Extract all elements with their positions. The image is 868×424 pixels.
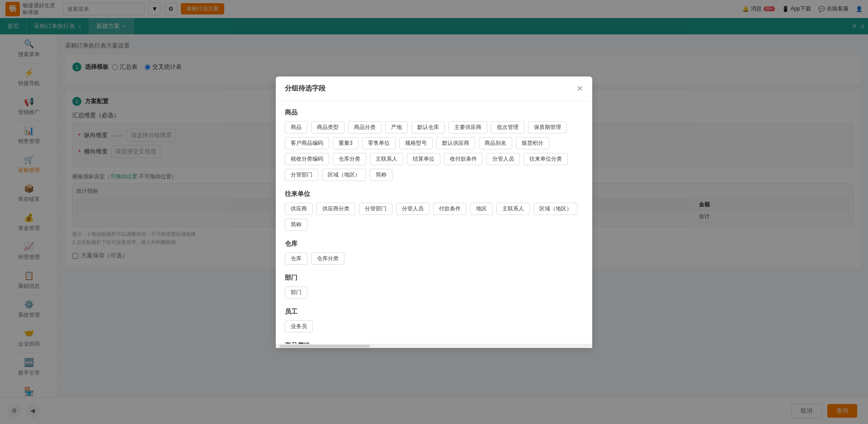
field-tag[interactable]: 仓库分类 — [333, 153, 366, 165]
field-tag[interactable]: 分管人员 — [396, 203, 429, 215]
section-employee: 员工 业务员 — [285, 308, 583, 333]
field-tag[interactable]: 地区 — [470, 203, 493, 215]
section-dept-title: 部门 — [285, 274, 583, 282]
field-tag[interactable]: 批次管理 — [491, 121, 524, 133]
field-tag[interactable]: 主联系人 — [496, 203, 530, 215]
field-tag[interactable]: 税收分类编码 — [285, 153, 329, 165]
field-tag[interactable]: 分管部门 — [285, 169, 318, 181]
field-tag[interactable]: 商品类型 — [311, 121, 344, 133]
field-tag[interactable]: 供应商 — [285, 203, 313, 215]
field-tag[interactable]: 炼货积分 — [516, 137, 549, 149]
field-tag[interactable]: 主要供应商 — [448, 121, 487, 133]
warehouse-fields: 仓库 仓库分类 — [285, 252, 583, 265]
field-tag[interactable]: 结算单位 — [407, 153, 440, 165]
field-tag[interactable]: 仓库 — [285, 252, 307, 265]
partner-fields: 供应商 供应商分类 分管部门 分管人员 付款条件 地区 主联系人 区域（地区） … — [285, 203, 583, 231]
section-employee-title: 员工 — [285, 308, 583, 316]
field-tag[interactable]: 商品分类 — [348, 121, 382, 133]
field-tag[interactable]: 保质期管理 — [528, 121, 567, 133]
section-warehouse-title: 仓库 — [285, 240, 583, 248]
section-warehouse: 仓库 仓库 仓库分类 — [285, 240, 583, 265]
field-tag[interactable]: 区域（地区） — [533, 203, 578, 215]
field-tag[interactable]: 收付款条件 — [444, 153, 483, 165]
field-tag[interactable]: 简称 — [370, 169, 392, 181]
field-tag[interactable]: 零售单位 — [362, 137, 396, 149]
field-tag[interactable]: 分管人员 — [486, 153, 520, 165]
modal-header: 分组待选字段 ✕ — [276, 76, 592, 101]
field-tag[interactable]: 区域（地区） — [322, 169, 366, 181]
field-tag[interactable]: 规格型号 — [399, 137, 433, 149]
section-partner-title: 往来单位 — [285, 190, 583, 198]
modal-title: 分组待选字段 — [285, 84, 326, 93]
field-tag[interactable]: 业务员 — [285, 320, 313, 333]
field-tag[interactable]: 客户商品编码 — [285, 137, 329, 149]
field-selection-modal: 分组待选字段 ✕ 商品 商品 商品类型 商品分类 产地 默认仓库 主要供应商 批… — [276, 76, 592, 348]
modal-overlay[interactable]: 分组待选字段 ✕ 商品 商品 商品类型 商品分类 产地 默认仓库 主要供应商 批… — [0, 0, 868, 424]
h-scroll-thumb — [279, 345, 370, 348]
field-tag[interactable]: 往来单位分类 — [524, 153, 568, 165]
dept-fields: 部门 — [285, 286, 583, 299]
section-goods: 商品 商品 商品类型 商品分类 产地 默认仓库 主要供应商 批次管理 保质期管理… — [285, 109, 583, 181]
section-goods-title: 商品 — [285, 109, 583, 117]
field-tag[interactable]: 仓库分类 — [311, 252, 344, 265]
modal-body: 商品 商品 商品类型 商品分类 产地 默认仓库 主要供应商 批次管理 保质期管理… — [276, 101, 592, 344]
modal-close-button[interactable]: ✕ — [576, 84, 583, 94]
field-tag[interactable]: 付款条件 — [433, 203, 467, 215]
horizontal-scrollbar — [276, 344, 592, 348]
goods-fields: 商品 商品类型 商品分类 产地 默认仓库 主要供应商 批次管理 保质期管理 客户… — [285, 121, 583, 181]
field-tag[interactable]: 简称 — [285, 219, 307, 231]
section-partner: 往来单位 供应商 供应商分类 分管部门 分管人员 付款条件 地区 主联系人 区域… — [285, 190, 583, 231]
field-tag[interactable]: 默认仓库 — [411, 121, 445, 133]
field-tag[interactable]: 默认供应商 — [436, 137, 475, 149]
field-tag[interactable]: 商品 — [285, 121, 307, 133]
employee-fields: 业务员 — [285, 320, 583, 333]
field-tag[interactable]: 供应商分类 — [316, 203, 355, 215]
field-tag[interactable]: 产地 — [385, 121, 408, 133]
field-tag[interactable]: 重量3 — [333, 137, 359, 149]
field-tag[interactable]: 分管部门 — [359, 203, 392, 215]
field-tag[interactable]: 部门 — [285, 286, 307, 299]
section-dept: 部门 部门 — [285, 274, 583, 299]
field-tag[interactable]: 商品别名 — [479, 137, 512, 149]
field-tag[interactable]: 主联系人 — [370, 153, 403, 165]
